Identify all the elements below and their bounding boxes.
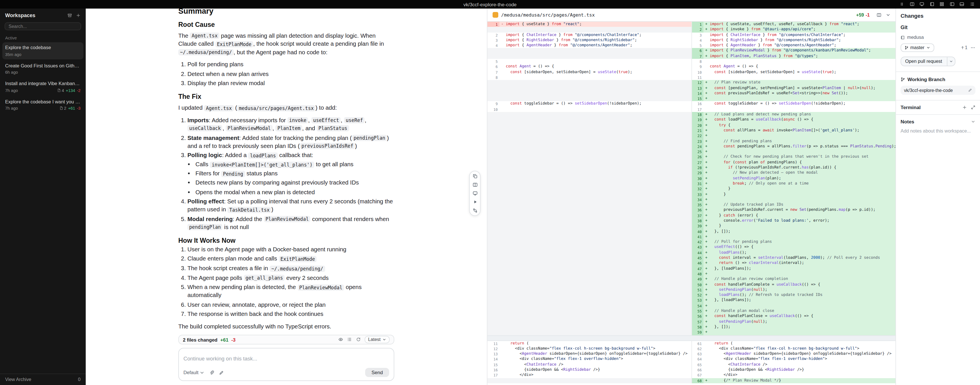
- code-line: + // New plan detected — open the modal: [703, 170, 896, 176]
- line-number: [487, 287, 500, 293]
- columns-icon-button[interactable]: [472, 182, 477, 187]
- workspace-item[interactable]: Explore the codebase35m ago: [2, 42, 83, 59]
- grid-icon-button[interactable]: [939, 2, 944, 7]
- code-line: const [sidebarOpen, setSidebarOpen] = us…: [703, 69, 896, 75]
- code-line: return (: [703, 341, 896, 346]
- expand-terminal-icon[interactable]: [971, 105, 975, 110]
- workspace-item[interactable]: Explore the codebase I want you to ex...…: [2, 96, 83, 113]
- diff-row: 54+: [487, 303, 896, 309]
- line-number: 5: [691, 43, 703, 48]
- preview-icon[interactable]: [338, 337, 343, 342]
- line-number: 10: [691, 69, 703, 75]
- search-input[interactable]: [5, 22, 81, 30]
- diff-row: 32+ }: [487, 186, 896, 192]
- titlebar: vk/3ccf-explore-the-code: [0, 0, 980, 9]
- edit-branch-icon[interactable]: [968, 88, 972, 92]
- changes-list-icon[interactable]: [347, 337, 352, 342]
- diff-row: 56+ const handlePlanClose = useCallback(…: [487, 314, 896, 319]
- chat-scroll-area[interactable]: npm run build 2>&1 | tail -80The build c…: [86, 9, 487, 335]
- send-button[interactable]: Send: [365, 368, 389, 377]
- inline-code: useEffect: [312, 118, 341, 124]
- diff-row: 12 <div className="flex flex-col h-scree…: [487, 346, 896, 352]
- list-icon-button[interactable]: [969, 2, 974, 7]
- line-number: 26: [691, 154, 703, 160]
- diff-body[interactable]: 1- import { useState } from "react";1+ i…: [487, 22, 896, 385]
- hunk-separator[interactable]: [487, 335, 896, 341]
- message-input[interactable]: [183, 356, 389, 361]
- diff-row: 52+ loadPlans(); // Refresh to update tr…: [487, 293, 896, 298]
- code-line: + const handlePlanComplete = useCallback…: [703, 282, 896, 287]
- attach-file-icon[interactable]: [209, 370, 215, 375]
- monitor-icon-button[interactable]: [472, 191, 477, 196]
- compare-icon-button[interactable]: [472, 208, 477, 213]
- code-line: + // Plan review state: [703, 80, 896, 86]
- code-line: [500, 165, 691, 170]
- code-line: import { AgentHeader } from "@/component…: [500, 43, 691, 48]
- copy-icon-button[interactable]: [472, 173, 477, 179]
- code-line: import { AgentHeader } from "@/component…: [703, 43, 896, 48]
- new-workspace-button[interactable]: [76, 13, 81, 18]
- code-line: [500, 85, 691, 91]
- workspace-item[interactable]: Create Good First Issues on Github So ..…: [2, 60, 83, 77]
- code-line: [500, 271, 691, 277]
- list-item: Display the plan review modal: [188, 80, 394, 88]
- git-branch-icon: [900, 77, 905, 82]
- code-line: const [sidebarOpen, setSidebarOpen] = us…: [500, 69, 691, 75]
- code-line: [500, 266, 691, 271]
- line-number: 44: [691, 250, 703, 256]
- archive-icon[interactable]: [67, 13, 72, 18]
- new-terminal-icon[interactable]: [962, 105, 967, 110]
- line-number: [487, 123, 500, 128]
- code-line: import { RightSidebar } from "@/componen…: [703, 38, 896, 43]
- branch-selector[interactable]: master: [900, 43, 934, 52]
- play-icon-button[interactable]: [472, 199, 477, 205]
- view-archive-link[interactable]: View Archive: [5, 377, 31, 382]
- monitor-icon-button[interactable]: [920, 2, 924, 7]
- diff-row: 11 return (61 return (: [487, 341, 896, 346]
- diff-row: 28+ if (!previousPlanIdsRef.current.has(…: [487, 165, 896, 170]
- working-branch-field[interactable]: vk/3ccf-explore-the-code: [900, 86, 975, 95]
- code-line: + }, []);: [703, 325, 896, 330]
- diff-row: 40+ }, []);: [487, 229, 896, 234]
- line-number: 39: [691, 224, 703, 229]
- workspaces-sidebar: Workspaces Active Explore the codebase35…: [0, 9, 86, 385]
- line-number: 14: [691, 91, 703, 96]
- section-heading: Root Cause: [178, 21, 394, 28]
- collapse-diff-icon[interactable]: [885, 13, 890, 18]
- model-selector[interactable]: Default: [183, 369, 205, 375]
- diff-row: 45+ const interval = setInterval(loadPla…: [487, 255, 896, 261]
- line-number: 31: [691, 181, 703, 186]
- chevron-down-icon[interactable]: [971, 119, 975, 124]
- line-number: 66: [691, 367, 703, 373]
- workspace-time: 7h ago: [5, 88, 18, 93]
- panel-bottom-icon-button[interactable]: [959, 2, 964, 7]
- workspace-item[interactable]: Install and integrate Vibe Kanban Web...…: [2, 78, 83, 95]
- line-number: [487, 234, 500, 240]
- open-pr-button[interactable]: Open pull request: [900, 57, 955, 66]
- panel-bottom-icon: [959, 2, 964, 7]
- line-number: 45: [691, 255, 703, 261]
- workspace-time: 35m ago: [5, 52, 21, 57]
- line-number: [487, 91, 500, 96]
- diff-row: 6+ import { PlanReviewModal } from "@/co…: [487, 48, 896, 54]
- code-line: [500, 213, 691, 218]
- working-branch-label: Working Branch: [907, 76, 945, 82]
- inline-code: ~/.medusa/pending/: [270, 265, 325, 272]
- split-view-icon[interactable]: [877, 13, 881, 18]
- deletions-count: -3: [77, 106, 81, 111]
- refresh-icon[interactable]: [356, 337, 361, 342]
- commits-ahead-badge: 1: [961, 45, 967, 50]
- columns-icon-button[interactable]: [909, 2, 914, 7]
- chat-bottom-area: 2 files changed +61 -3 Latest: [86, 335, 487, 385]
- git-more-button[interactable]: [970, 45, 975, 50]
- book-icon-button[interactable]: [929, 2, 934, 7]
- workspace-meta: 6h ago: [5, 70, 81, 75]
- diff-row: 14+ const previousPlanIdsRef = useRef<Se…: [487, 91, 896, 96]
- edit-icon[interactable]: [219, 370, 224, 375]
- panel-left-icon-button[interactable]: [950, 2, 954, 7]
- code-line: + try {: [703, 123, 896, 128]
- line-number: 13: [691, 85, 703, 91]
- pause-icon-button[interactable]: [899, 2, 904, 7]
- line-number: [487, 378, 500, 383]
- version-dropdown[interactable]: Latest: [364, 336, 390, 343]
